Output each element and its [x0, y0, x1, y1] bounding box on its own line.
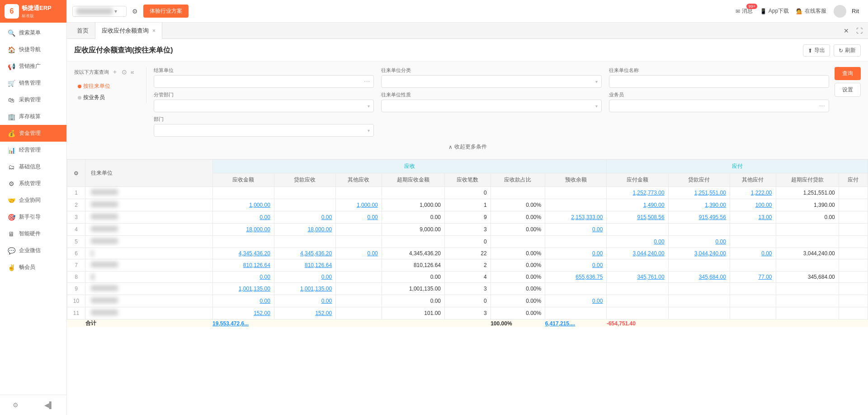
- footer-r-count: [445, 320, 491, 328]
- dept-input[interactable]: ▾: [154, 100, 374, 112]
- cell-index: 1: [67, 187, 85, 199]
- sidebar-item-hardware[interactable]: 🖥 智能硬件: [0, 225, 66, 242]
- th-p-other: 其他应付: [730, 173, 776, 187]
- sidebar-item-sales[interactable]: 🛒 销售管理: [0, 75, 66, 91]
- cell-name: [85, 295, 213, 307]
- solution-button[interactable]: 体验行业方案: [143, 5, 189, 18]
- tab-home[interactable]: 首页: [71, 23, 95, 39]
- cell-p-amount: 1,252,773.00: [607, 187, 668, 199]
- sidebar-item-member[interactable]: ✌ 畅会员: [0, 259, 66, 276]
- cell-r-other: [336, 307, 382, 320]
- th-r-overdue: 超期应收金额: [382, 173, 444, 187]
- category-input[interactable]: ▾: [381, 75, 601, 88]
- cell-p-overdue: 1,251,551.00: [776, 187, 839, 199]
- sidebar-label-base: 基础信息: [19, 163, 41, 171]
- cell-r-other: [336, 259, 382, 272]
- tab-fullscreen-icon[interactable]: ⛶: [854, 25, 864, 36]
- cell-r-ratio: 0.00%: [491, 295, 545, 307]
- sidebar-item-system[interactable]: ⚙ 系统管理: [0, 175, 66, 192]
- cell-p-remain: [839, 307, 868, 320]
- page-content: 应收应付余额查询(按往来单位) ⬆ 导出 ↻ 刷新 按以下方案查询: [67, 39, 868, 415]
- cell-p-amount: 1,490.00: [607, 199, 668, 211]
- cell-r-ratio: 0.00%: [491, 307, 545, 320]
- sidebar-item-finance[interactable]: 💰 资金管理: [0, 125, 66, 142]
- subdept-input[interactable]: ▾: [154, 124, 374, 137]
- cell-p-other: 0.00: [730, 248, 776, 259]
- tab-active-label: 应收应付余额查询: [102, 27, 149, 35]
- cell-p-amount: 915,508.56: [607, 211, 668, 224]
- table-row: 4 18,000.00 18,000.00 9,000.00 3 0.00% 0…: [67, 224, 868, 236]
- cell-r-ratio: 0.00%: [491, 199, 545, 211]
- cell-r-loan: 0.00: [274, 272, 335, 283]
- sidebar-item-inventory[interactable]: 🏢 库存核算: [0, 108, 66, 125]
- tab-active[interactable]: 应收应付余额查询 ×: [95, 23, 162, 39]
- cell-name: [85, 259, 213, 272]
- cell-p-overdue: 3,044,240.00: [776, 248, 839, 259]
- setting-button[interactable]: 设置: [835, 83, 861, 97]
- topbar-gear-btn[interactable]: ⚙: [130, 6, 140, 17]
- export-button[interactable]: ⬆ 导出: [803, 44, 830, 57]
- topbar-brand[interactable]: ▾: [72, 6, 127, 17]
- scheme-label-partner: 按往来单位: [83, 82, 110, 90]
- chart-icon: 📊: [7, 147, 15, 154]
- th-r-count: 应收笔数: [445, 173, 491, 187]
- topbar-service-btn[interactable]: 💁 在线客服: [796, 7, 826, 15]
- sidebar-item-operation[interactable]: 📊 经营管理: [0, 142, 66, 158]
- collapse-btn[interactable]: ∧ 收起更多条件: [74, 140, 861, 153]
- sidebar-item-wechat[interactable]: 💬 企业微信: [0, 242, 66, 259]
- sidebar-label-system: 系统管理: [19, 180, 41, 187]
- query-button[interactable]: 查询: [835, 67, 861, 80]
- th-settings[interactable]: ⚙: [67, 160, 85, 187]
- scheme-item-salesman[interactable]: 按业务员: [74, 92, 142, 103]
- logo-name: 畅捷通ERP: [22, 4, 52, 12]
- sidebar-item-guide[interactable]: 🎯 新手引导: [0, 209, 66, 225]
- footer-r-loan: [274, 320, 335, 328]
- cell-p-remain: [839, 248, 868, 259]
- topbar-app-btn[interactable]: 📱 App下载: [760, 7, 789, 15]
- page-title: 应收应付余额查询(按往来单位): [74, 46, 173, 60]
- cell-r-overdue: [382, 236, 444, 248]
- sidebar-settings-btn[interactable]: ⚙: [10, 399, 21, 411]
- tabbar-right: ✕ ⛶: [842, 25, 864, 36]
- sidebar: 6 畅捷通ERP 标准版 🔍 搜索菜单 🏠 快捷导航 📢 营销推广 🛒 销售管理…: [0, 0, 67, 415]
- sidebar-item-search[interactable]: 🔍 搜索菜单: [0, 24, 66, 41]
- sidebar-item-base[interactable]: 🗂 基础信息: [0, 158, 66, 175]
- collapse-scheme-btn[interactable]: «: [130, 67, 135, 76]
- scheme-item-partner[interactable]: 按往来单位: [74, 81, 142, 92]
- salesman-input[interactable]: ···: [609, 100, 829, 112]
- sidebar-item-corp[interactable]: 🤝 企业协同: [0, 192, 66, 209]
- sidebar-collapse-btn[interactable]: ◀▌: [42, 399, 57, 411]
- topbar-msg-btn[interactable]: ✉ 消息 99+: [736, 7, 753, 15]
- cell-r-amount: [212, 236, 274, 248]
- finance-icon: 💰: [7, 130, 15, 137]
- partner-name-input[interactable]: [609, 75, 829, 88]
- topbar-user-btn[interactable]: Rit: [834, 5, 863, 18]
- sidebar-item-quicknav[interactable]: 🏠 快捷导航: [0, 41, 66, 58]
- add-scheme-btn[interactable]: ＋: [111, 67, 119, 77]
- cell-p-remain: [839, 224, 868, 236]
- home-icon: 🏠: [7, 46, 15, 53]
- category-arrow-icon: ▾: [595, 79, 598, 84]
- sidebar-item-purchase[interactable]: 🛍 采购管理: [0, 91, 66, 108]
- cell-name: [85, 236, 213, 248]
- tab-close-btn[interactable]: ×: [152, 28, 156, 34]
- cell-r-prepay: 2,153,333.00: [545, 211, 607, 224]
- user-avatar: [834, 5, 846, 18]
- cell-r-prepay: 0.00: [545, 295, 607, 307]
- logo-badge: 标准版: [22, 13, 52, 19]
- filter-field-nature: 往来单位性质 ▾: [381, 91, 601, 112]
- cell-p-amount: 0.00: [607, 236, 668, 248]
- th-r-amount: 应收金额: [212, 173, 274, 187]
- filter-field-salesman: 业务员 ···: [609, 91, 829, 112]
- cell-p-remain: [839, 283, 868, 295]
- edit-scheme-btn[interactable]: ⊙: [121, 67, 128, 76]
- refresh-button[interactable]: ↻ 刷新: [834, 44, 861, 57]
- tab-close-window-icon[interactable]: ✕: [842, 25, 851, 36]
- nature-input[interactable]: ▾: [381, 100, 601, 112]
- settlement-input[interactable]: ···: [154, 75, 374, 88]
- sidebar-item-marketing[interactable]: 📢 营销推广: [0, 58, 66, 75]
- cell-index: 5: [67, 236, 85, 248]
- filter-field-settlement: 结算单位 ···: [154, 67, 374, 88]
- filter-scheme-label: 按以下方案查询: [74, 69, 109, 76]
- warehouse-icon: 🏢: [7, 113, 15, 120]
